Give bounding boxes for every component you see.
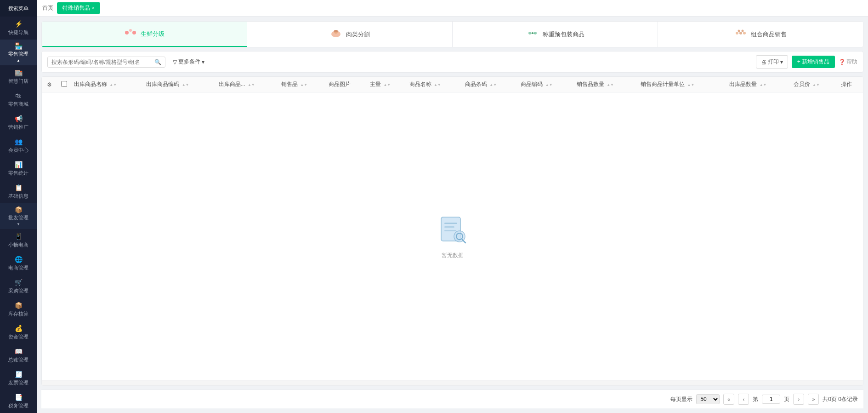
svg-point-2 xyxy=(132,31,136,34)
sort-icon: ▲▼ xyxy=(248,83,255,87)
sidebar: 搜索菜单 ⚡ 快捷导航 🏪 零售管理 ▲ 🏬 智慧门店 🛍 零售商城 📢 营销推… xyxy=(0,0,37,413)
svg-point-9 xyxy=(532,32,533,34)
col-out-code[interactable]: 出库商品编码 ▲▼ xyxy=(143,77,216,92)
col-out-spec[interactable]: 出库商品... ▲▼ xyxy=(216,77,278,92)
sidebar-item-ecom[interactable]: 🌐 电商管理 xyxy=(0,252,37,275)
select-all-checkbox[interactable] xyxy=(61,81,67,87)
sidebar-item-stats[interactable]: 📊 零售统计 xyxy=(0,157,37,180)
svg-point-13 xyxy=(738,30,740,32)
svg-rect-5 xyxy=(334,30,338,32)
wholesale-icon: 📦 xyxy=(15,206,23,213)
fresh-icon xyxy=(124,28,137,40)
sidebar-item-mall[interactable]: 🛍 零售商城 xyxy=(0,88,37,111)
tab-meat[interactable]: 肉类分割 xyxy=(247,22,453,47)
sidebar-item-purchase[interactable]: 🛒 采购管理 xyxy=(0,275,37,298)
new-sale-item-button[interactable]: + 新增销售品 xyxy=(792,56,835,68)
empty-state: 暂无数据 xyxy=(42,92,863,380)
sidebar-item-basic[interactable]: 📋 基础信息 xyxy=(0,180,37,203)
help-button[interactable]: ❓ 帮助 xyxy=(839,58,857,66)
horizontal-scrollbar[interactable] xyxy=(42,380,863,385)
sort-icon: ▲▼ xyxy=(383,83,391,87)
col-settings[interactable]: ⚙ xyxy=(42,77,57,92)
sidebar-item-quick[interactable]: ⚡ 快捷导航 xyxy=(0,17,37,40)
per-page-label: 每页显示 xyxy=(670,396,692,403)
main-content: 首页 特殊销售品 × 生鲜分级 xyxy=(37,0,868,413)
chevron-down-icon-2: ▼ xyxy=(17,222,20,226)
sidebar-item-label: 小畅电商 xyxy=(8,241,28,248)
print-label: 打印 xyxy=(768,58,779,66)
sidebar-item-inventory[interactable]: 📦 库存核算 xyxy=(0,298,37,321)
sidebar-item-label: 零售商城 xyxy=(8,101,28,108)
home-link[interactable]: 首页 xyxy=(42,4,53,12)
scale-icon xyxy=(526,29,539,40)
filter-button[interactable]: ▽ 更多条件 ▾ xyxy=(169,56,208,68)
promo-icon: 📢 xyxy=(15,115,23,122)
sidebar-item-invoice[interactable]: 🧾 发票管理 xyxy=(0,367,37,390)
col-item-code[interactable]: 商品编码 ▲▼ xyxy=(518,77,573,92)
tab-scale-label: 称重预包装商品 xyxy=(543,30,584,39)
col-sale-qty[interactable]: 销售品数量 ▲▼ xyxy=(574,77,638,92)
sidebar-item-tax[interactable]: 📑 税务管理 xyxy=(0,390,37,413)
sidebar-item-member[interactable]: 👥 会员中心 xyxy=(0,134,37,157)
col-weight[interactable]: 主量 ▲▼ xyxy=(367,77,407,92)
sidebar-item-mini[interactable]: 📱 小畅电商 xyxy=(0,229,37,252)
search-input[interactable] xyxy=(51,59,153,65)
tab-combo[interactable]: 组合商品销售 xyxy=(658,22,863,47)
help-label: 帮助 xyxy=(846,58,857,66)
col-sale-item[interactable]: 销售品 ▲▼ xyxy=(278,77,326,92)
page-number-input[interactable] xyxy=(762,395,780,404)
sidebar-item-label: 电商管理 xyxy=(8,264,28,271)
last-page-button[interactable]: » xyxy=(808,394,819,405)
svg-rect-17 xyxy=(444,223,457,224)
inventory-icon: 📦 xyxy=(15,302,23,309)
col-checkbox[interactable] xyxy=(57,77,71,92)
col-barcode[interactable]: 商品条码 ▲▼ xyxy=(462,77,518,92)
sidebar-item-ledger[interactable]: 📖 总账管理 xyxy=(0,344,37,367)
col-out-qty[interactable]: 出库品数量 ▲▼ xyxy=(726,77,790,92)
per-page-select[interactable]: 50 10 20 100 xyxy=(696,394,720,404)
col-sale-unit[interactable]: 销售商品计量单位 ▲▼ xyxy=(638,77,726,92)
sidebar-item-label: 采购管理 xyxy=(8,287,28,294)
sidebar-item-finance[interactable]: 💰 资金管理 xyxy=(0,321,37,344)
total-label: 共0页 0条记录 xyxy=(823,396,858,403)
svg-point-10 xyxy=(736,32,738,34)
sort-icon: ▲▼ xyxy=(109,83,117,87)
filter-arrow-icon: ▾ xyxy=(202,59,204,65)
tab-scale[interactable]: 称重预包装商品 xyxy=(453,22,658,47)
print-button[interactable]: 🖨 打印 ▾ xyxy=(756,55,788,69)
invoice-icon: 🧾 xyxy=(15,371,23,378)
sidebar-item-label: 发票管理 xyxy=(8,379,28,386)
active-tab[interactable]: 特殊销售品 × xyxy=(57,2,100,14)
pagination: 每页显示 50 10 20 100 « ‹ 第 页 › » 共0页 0条记录 xyxy=(41,390,863,408)
purchase-icon: 🛒 xyxy=(15,279,23,286)
sidebar-item-retail[interactable]: 🏪 零售管理 ▲ xyxy=(0,40,37,65)
col-member-price[interactable]: 会员价 ▲▼ xyxy=(791,77,838,92)
sidebar-item-shop[interactable]: 🏬 智慧门店 xyxy=(0,65,37,88)
first-page-button[interactable]: « xyxy=(723,394,734,405)
chevron-down-icon: ▲ xyxy=(17,58,20,63)
shop-icon: 🏬 xyxy=(15,69,23,76)
tax-icon: 📑 xyxy=(15,394,23,401)
sort-icon: ▲▼ xyxy=(489,83,497,87)
meat-icon xyxy=(329,29,342,40)
ecom-icon: 🌐 xyxy=(15,256,23,263)
prev-page-button[interactable]: ‹ xyxy=(738,394,749,405)
search-icon[interactable]: 🔍 xyxy=(154,59,161,65)
sidebar-logo[interactable]: 搜索菜单 xyxy=(0,0,37,17)
sort-icon: ▲▼ xyxy=(545,83,553,87)
sidebar-item-wholesale[interactable]: 📦 批发管理 ▼ xyxy=(0,203,37,229)
close-tab-button[interactable]: × xyxy=(92,6,95,11)
active-tab-label: 特殊销售品 xyxy=(62,4,90,12)
sidebar-item-promo[interactable]: 📢 营销推广 xyxy=(0,111,37,134)
next-page-button[interactable]: › xyxy=(793,394,804,405)
svg-point-0 xyxy=(125,31,129,34)
col-out-name[interactable]: 出库商品名称 ▲▼ xyxy=(71,77,143,92)
filter-icon: ▽ xyxy=(173,59,177,65)
search-box[interactable]: 🔍 xyxy=(47,57,165,68)
toolbar-left: 🔍 ▽ 更多条件 ▾ xyxy=(47,56,208,68)
svg-point-12 xyxy=(743,32,746,34)
empty-illustration xyxy=(434,213,471,248)
tab-cards: 生鲜分级 肉类分割 xyxy=(41,21,863,47)
col-item-name[interactable]: 商品名称 ▲▼ xyxy=(407,77,462,92)
tab-fresh[interactable]: 生鲜分级 xyxy=(42,22,247,47)
